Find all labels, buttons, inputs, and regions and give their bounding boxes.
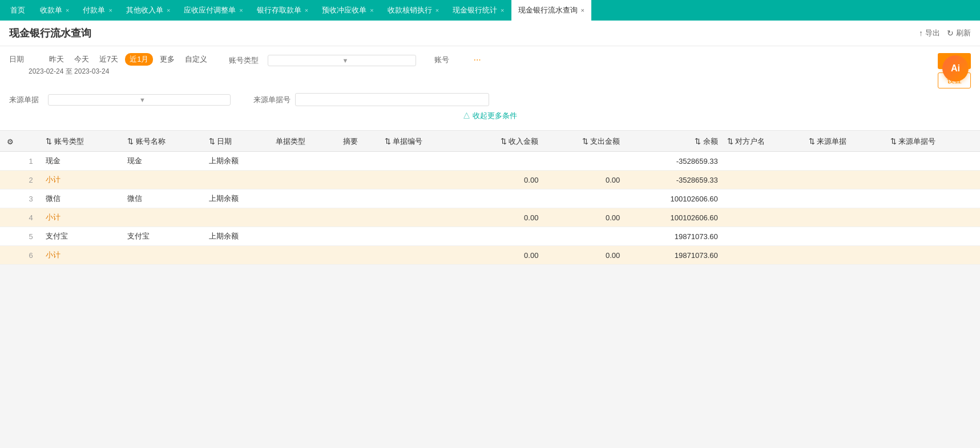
close-icon-6[interactable]: ×: [435, 7, 439, 14]
date-range-display: 2023-02-24 至 2023-03-24: [29, 67, 109, 75]
close-icon-3[interactable]: ×: [239, 7, 243, 14]
subtotal-label: 小计: [46, 213, 61, 221]
close-icon-8[interactable]: ×: [581, 7, 584, 14]
account-no-dots[interactable]: ···: [473, 55, 481, 65]
income-col-header[interactable]: ⇅ 收入金额: [461, 132, 543, 152]
row-counterparty: [723, 208, 804, 227]
nav-tab-4[interactable]: 银行存取款单 ×: [250, 0, 315, 21]
source-doc-col-header[interactable]: ⇅ 来源单据: [804, 132, 886, 152]
row-date: [204, 171, 272, 189]
account-type-select[interactable]: ▼: [268, 55, 416, 66]
row-income: [461, 227, 543, 246]
close-icon-2[interactable]: ×: [167, 7, 170, 14]
source-doc-field: 来源单据 ▼: [9, 94, 231, 106]
nav-tab-6[interactable]: 收款核销执行 ×: [381, 0, 446, 21]
source-doc-no-col-header[interactable]: ⇅ 来源单据号: [886, 132, 980, 152]
row-account-name: 微信: [123, 189, 204, 208]
row-number: 3: [21, 189, 41, 208]
page-header: 现金银行流水查询 ↑ 导出 ↻ 刷新: [0, 21, 980, 46]
balance-col-header[interactable]: ⇅ 余额: [624, 132, 722, 152]
date-label: 日期: [9, 54, 43, 64]
close-icon-1[interactable]: ×: [108, 7, 112, 14]
nav-tab-3[interactable]: 应收应付调整单 ×: [177, 0, 249, 21]
nav-tab-1[interactable]: 付款单 ×: [76, 0, 119, 21]
row-source-doc-no: [886, 208, 980, 227]
date-opt-custom[interactable]: 自定义: [182, 53, 211, 66]
row-income: [461, 152, 543, 171]
row-account-type: 微信: [41, 189, 123, 208]
row-income: [461, 189, 543, 208]
row-gear: [0, 227, 21, 246]
close-icon-5[interactable]: ×: [370, 7, 373, 14]
nav-tab-2[interactable]: 其他收入单 ×: [119, 0, 177, 21]
row-expense: [543, 152, 624, 171]
row-doc-no: [380, 189, 462, 208]
row-counterparty: [723, 189, 804, 208]
row-account-type: 支付宝: [41, 227, 123, 246]
nav-home[interactable]: 首页: [2, 0, 33, 21]
date-opt-today[interactable]: 今天: [71, 53, 92, 66]
row-date: 上期余额: [204, 152, 272, 171]
date-options: 昨天 今天 近7天 近1月 更多 自定义: [46, 53, 211, 66]
close-icon-4[interactable]: ×: [305, 7, 308, 14]
header-actions: ↑ 导出 ↻ 刷新: [919, 28, 971, 38]
date-opt-7days[interactable]: 近7天: [96, 53, 122, 66]
close-icon-7[interactable]: ×: [501, 7, 504, 14]
row-expense: [543, 189, 624, 208]
row-summary: [338, 208, 380, 227]
export-button[interactable]: ↑ 导出: [919, 28, 940, 38]
date-opt-yesterday[interactable]: 昨天: [46, 53, 67, 66]
collapse-bar[interactable]: △ 收起更多条件: [9, 108, 971, 123]
source-doc-no-field: 来源单据号: [253, 93, 489, 106]
chevron-down-icon-2: ▼: [139, 96, 225, 103]
row-number: 4: [21, 208, 41, 227]
summary-col-header[interactable]: 摘要: [338, 132, 380, 152]
source-doc-select[interactable]: ▼: [48, 94, 231, 106]
account-name-col-header[interactable]: ⇅ 账号名称: [123, 132, 204, 152]
row-doc-type: [271, 246, 338, 265]
nav-tab-5[interactable]: 预收冲应收单 ×: [315, 0, 380, 21]
row-doc-no: [380, 171, 462, 189]
expense-col-header[interactable]: ⇅ 支出金额: [543, 132, 624, 152]
date-opt-more[interactable]: 更多: [156, 53, 178, 66]
row-balance: 19871073.60: [624, 246, 722, 265]
date-col-header[interactable]: ⇅ 日期: [204, 132, 272, 152]
row-income: 0.00: [461, 208, 543, 227]
account-type-label: 账号类型: [229, 55, 263, 66]
row-number: 1: [21, 152, 41, 171]
close-icon-0[interactable]: ×: [66, 7, 69, 14]
doc-type-col-header[interactable]: 单据类型: [271, 132, 338, 152]
nav-tab-7[interactable]: 现金银行统计 ×: [446, 0, 511, 21]
counterparty-col-header[interactable]: ⇅ 对方户名: [723, 132, 804, 152]
row-source-doc: [804, 227, 886, 246]
data-table: ⚙ ⇅ 账号类型 ⇅ 账号名称 ⇅ 日期 单据类型 摘要 ⇅ 单: [0, 132, 980, 265]
account-type-col-header[interactable]: ⇅ 账号类型: [41, 132, 123, 152]
row-doc-no: [380, 208, 462, 227]
row-account-type: 小计: [41, 246, 123, 265]
nav-tab-8[interactable]: 现金银行流水查询 ×: [511, 0, 591, 21]
row-expense: 0.00: [543, 208, 624, 227]
doc-no-col-header[interactable]: ⇅ 单据编号: [380, 132, 462, 152]
source-row: 来源单据 ▼ 来源单据号: [9, 93, 971, 106]
source-doc-no-input[interactable]: [295, 93, 489, 106]
settings-col-header[interactable]: ⚙: [0, 132, 21, 152]
refresh-button[interactable]: ↻ 刷新: [947, 28, 971, 38]
row-date: [204, 208, 272, 227]
row-source-doc-no: [886, 152, 980, 171]
row-counterparty: [723, 246, 804, 265]
row-doc-type: [271, 152, 338, 171]
row-counterparty: [723, 152, 804, 171]
row-doc-no: [380, 152, 462, 171]
ai-assistant-badge[interactable]: Ai: [942, 55, 969, 82]
row-gear: [0, 189, 21, 208]
table-header-row: ⚙ ⇅ 账号类型 ⇅ 账号名称 ⇅ 日期 单据类型 摘要 ⇅ 单: [0, 132, 980, 152]
row-doc-no: [380, 246, 462, 265]
table-row: 2 小计 0.00 0.00 -3528659.33: [0, 171, 980, 189]
nav-tab-0[interactable]: 收款单 ×: [33, 0, 76, 21]
row-source-doc-no: [886, 227, 980, 246]
top-navigation: 首页 收款单 × 付款单 × 其他收入单 × 应收应付调整单 × 银行存取款单 …: [0, 0, 980, 21]
row-account-type: 小计: [41, 171, 123, 189]
date-opt-1month[interactable]: 近1月: [125, 53, 153, 66]
row-gear: [0, 171, 21, 189]
row-expense: [543, 227, 624, 246]
